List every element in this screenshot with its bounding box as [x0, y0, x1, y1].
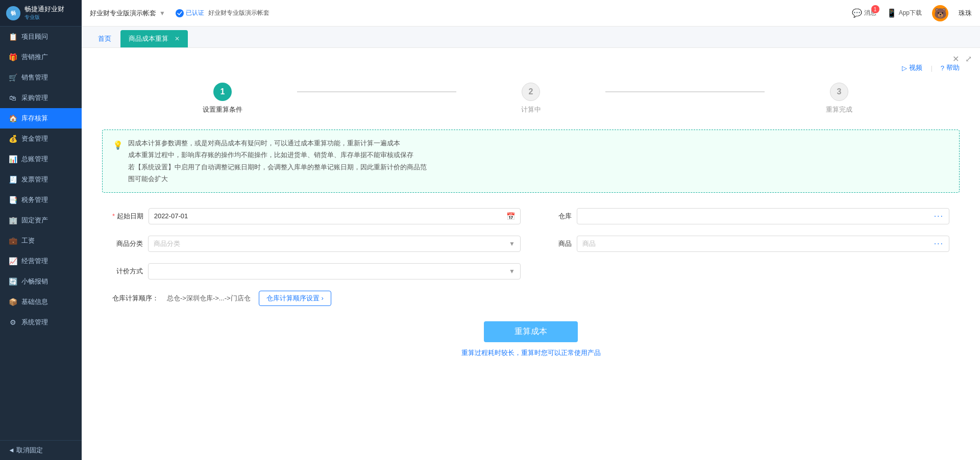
goods-more-icon[interactable]: ··· [934, 239, 944, 248]
window-controls: ✕ ⤢ [952, 54, 972, 64]
sidebar-title: 畅捷通好业财 [24, 5, 64, 14]
sidebar-item-payroll[interactable]: 💼 工资 [0, 231, 82, 251]
goods-field: 商品 商品 ··· [541, 236, 949, 252]
finance-icon: 💰 [8, 134, 17, 143]
sidebar-item-tax[interactable]: 📑 税务管理 [0, 190, 82, 210]
pricing-dropdown-icon[interactable]: ▼ [509, 268, 515, 275]
start-date-input[interactable]: 2022-07-01 📅 [149, 208, 521, 224]
topbar-actions: 💬 1 消息 📱 App下载 🐻 珠珠 [852, 5, 972, 21]
system-icon: ⚙ [8, 318, 17, 327]
tab-close-icon[interactable]: ✕ [175, 35, 180, 42]
unpin-label: ◄ 取消固定 [8, 446, 43, 455]
sidebar-item-accounting[interactable]: 📊 总账管理 [0, 149, 82, 169]
question-icon: ? [941, 64, 944, 72]
start-date-field: 起始日期 2022-07-01 📅 [112, 208, 521, 224]
sidebar-item-finance[interactable]: 💰 资金管理 [0, 129, 82, 149]
info-line-3: 若【系统设置】中启用了自动调整记账日期时，会调整入库单的整单记账日期，因此重新计… [128, 161, 427, 173]
help-label: 帮助 [946, 63, 960, 72]
warehouse-more-icon[interactable]: ··· [934, 212, 944, 221]
info-line-2: 成本重算过程中，影响库存账的操作均不能操作，比如进货单、销货单、库存单据不能审核… [128, 149, 427, 161]
step-1-number: 1 [220, 87, 225, 96]
goods-label: 商品 [541, 239, 572, 248]
nav-label-inventory: 库存核算 [21, 114, 48, 123]
info-line-1: 因成本计算参数调整，或是对商品成本有疑问时，可以通过成本重算功能，重新计算一遍成… [128, 137, 427, 149]
verified-icon [176, 9, 184, 17]
calendar-icon[interactable]: 📅 [506, 212, 515, 220]
recalc-button[interactable]: 重算成本 [484, 321, 578, 342]
tabs-bar: 首页 商品成本重算 ✕ [82, 27, 980, 48]
nav-label-finance: 资金管理 [21, 134, 48, 143]
user-avatar[interactable]: 🐻 [932, 5, 948, 21]
nav-label-accounting: 总账管理 [21, 155, 48, 164]
pricing-input[interactable]: ▼ [148, 263, 521, 279]
sidebar-item-system[interactable]: ⚙ 系统管理 [0, 312, 82, 333]
phone-icon: 📱 [887, 8, 897, 18]
step-2-circle: 2 [522, 83, 540, 101]
start-date-label: 起始日期 [112, 212, 143, 221]
verified-label: 已认证 [186, 9, 204, 17]
video-help-link[interactable]: ▷ 视频 [902, 63, 922, 72]
sidebar-item-inventory[interactable]: 🏠 库存核算 [0, 108, 82, 129]
nav-label-expense: 小畅报销 [21, 277, 48, 286]
sidebar-footer-unpin[interactable]: ◄ 取消固定 [0, 440, 82, 460]
step-3-label: 重算完成 [826, 105, 852, 114]
video-label: 视频 [909, 63, 922, 72]
app-download-button[interactable]: 📱 App下载 [887, 8, 922, 18]
account-name: 好业财专业版演示帐套 [90, 9, 156, 18]
nav-label-purchase: 采购管理 [21, 93, 48, 103]
step-1-label: 设置重算条件 [203, 105, 242, 114]
user-avatar-text: 🐻 [934, 7, 947, 19]
maximize-window-button[interactable]: ⤢ [965, 54, 972, 64]
sidebar-item-sales[interactable]: 🛒 销售管理 [0, 67, 82, 88]
category-dropdown-icon[interactable]: ▼ [509, 240, 515, 247]
sidebar-item-invoice[interactable]: 🧾 发票管理 [0, 169, 82, 190]
step-2-label: 计算中 [521, 105, 541, 114]
category-input[interactable]: 商品分类 ▼ [148, 236, 521, 252]
project-icon: 📋 [8, 32, 17, 41]
sidebar: 畅 畅捷通好业财 专业版 📋 项目顾问 🎁 营销推广 🛒 销售管理 🛍 采购管理… [0, 0, 82, 460]
user-name: 珠珠 [959, 9, 972, 18]
sidebar-item-operations[interactable]: 📈 经营管理 [0, 251, 82, 271]
category-label: 商品分类 [112, 239, 143, 248]
warehouse-order-prefix: 仓库计算顺序： [112, 294, 159, 303]
step-2-number: 2 [529, 87, 533, 96]
nav-label-basic: 基础信息 [21, 297, 48, 306]
nav-label-system: 系统管理 [21, 318, 48, 327]
marketing-icon: 🎁 [8, 53, 17, 62]
form-row-2: 商品分类 商品分类 ▼ 商品 商品 ··· [112, 236, 949, 252]
category-placeholder: 商品分类 [154, 239, 180, 248]
warehouse-order-settings-button[interactable]: 仓库计算顺序设置 › [259, 291, 331, 306]
accounting-icon: 📊 [8, 155, 17, 164]
nav-label-marketing: 营销推广 [21, 53, 48, 62]
info-line-4: 围可能会扩大 [128, 173, 427, 185]
sidebar-item-purchase[interactable]: 🛍 采购管理 [0, 88, 82, 108]
account-dropdown-icon: ▼ [159, 10, 165, 17]
step-1: 1 设置重算条件 [143, 83, 302, 114]
sidebar-item-basic[interactable]: 📦 基础信息 [0, 292, 82, 312]
divider: | [930, 64, 932, 72]
info-icon: 💡 [113, 138, 123, 185]
sidebar-item-marketing[interactable]: 🎁 营销推广 [0, 47, 82, 67]
warehouse-input[interactable]: ··· [577, 208, 949, 224]
tab-cost-recalc[interactable]: 商品成本重算 ✕ [120, 30, 188, 47]
tab-home[interactable]: 首页 [90, 30, 119, 47]
close-window-button[interactable]: ✕ [952, 54, 959, 64]
goods-input[interactable]: 商品 ··· [577, 236, 949, 252]
inventory-icon: 🏠 [8, 114, 17, 123]
message-button[interactable]: 💬 1 消息 [852, 8, 876, 18]
sidebar-item-expense[interactable]: 🔄 小畅报销 [0, 271, 82, 292]
help-link[interactable]: ? 帮助 [941, 63, 960, 72]
sidebar-item-assets[interactable]: 🏢 固定资产 [0, 210, 82, 231]
warehouse-order-btn-label: 仓库计算顺序设置 [266, 294, 320, 303]
help-row: ▷ 视频 | ? 帮助 [102, 63, 960, 72]
sidebar-logo: 畅 [6, 6, 20, 20]
purchase-icon: 🛍 [8, 93, 17, 103]
sales-icon: 🛒 [8, 73, 17, 82]
topbar-account-selector[interactable]: 好业财专业版演示帐套 ▼ [90, 9, 165, 18]
recalc-button-label: 重算成本 [514, 327, 547, 336]
sidebar-item-project[interactable]: 📋 项目顾问 [0, 27, 82, 47]
warehouse-order-value: 总仓->深圳仓库->...->门店仓 [167, 294, 251, 303]
expense-icon: 🔄 [8, 277, 17, 286]
form-section: 起始日期 2022-07-01 📅 仓库 ··· 商品分 [102, 208, 960, 306]
nav-label-payroll: 工资 [21, 236, 35, 245]
